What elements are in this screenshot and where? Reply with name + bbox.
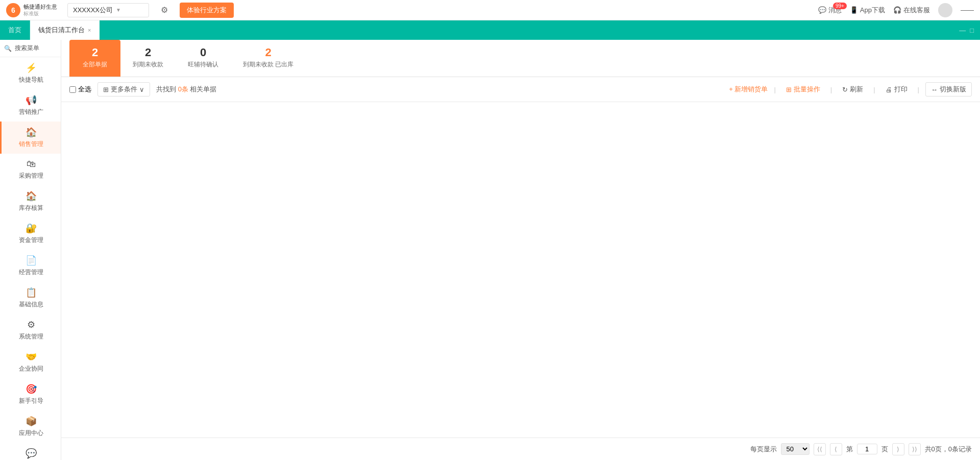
nav-tab-home[interactable]: 首页 [0, 20, 30, 40]
last-page-button[interactable]: ⟩⟩ [909, 443, 921, 455]
sidebar-item-label: 采购管理 [19, 172, 43, 180]
found-text: 共找到 0条 相关单据 [156, 85, 216, 94]
headset-icon: 🎧 [893, 6, 901, 14]
switch-new-button[interactable]: ↔ 切换新版 [925, 82, 972, 96]
print-icon: 🖨 [886, 86, 892, 93]
divider1: | [774, 86, 775, 93]
minimize-icon[interactable]: — [959, 27, 966, 34]
sidebar-item-marketing[interactable]: 📢 营销推广 [0, 89, 61, 122]
apps-icon: 📦 [26, 416, 37, 427]
sidebar-item-operation[interactable]: 📄 经营管理 [0, 250, 61, 282]
stats-tab-pending[interactable]: 0 旺辅待确认 [176, 40, 231, 77]
print-button[interactable]: 🖨 打印 [881, 83, 912, 96]
sidebar-item-label: 企业协同 [19, 365, 43, 373]
download-icon: 📱 [850, 6, 858, 14]
online-service-button[interactable]: 🎧 在线客服 [893, 6, 930, 15]
nav-tabs: 首页 钱货日清工作台 × — □ [0, 20, 980, 40]
sidebar-item-quick-nav[interactable]: ⚡ 快捷导航 [0, 57, 61, 89]
sidebar-item-label: 资金管理 [19, 236, 43, 245]
search-icon: 🔍 [4, 45, 12, 52]
settings-button[interactable]: ⚙ [157, 3, 172, 17]
sidebar-item-label: 基础信息 [19, 300, 43, 309]
sidebar-item-label: 经营管理 [19, 268, 43, 277]
sidebar-item-label: 应用中心 [19, 429, 43, 438]
toolbar: 全选 ⊞ 更多条件 ∨ 共找到 0条 相关单据 + 新增销货单 | ⊞ 批量操作… [61, 77, 980, 102]
stats-tab-overdue[interactable]: 2 到期未收款 [120, 40, 176, 77]
maximize-icon[interactable]: □ [970, 27, 974, 34]
dropdown-arrow-icon: ▼ [116, 7, 121, 13]
main-layout: 🔍 搜索菜单 ⚡ 快捷导航 📢 营销推广 🏠 销售管理 🛍 采购管理 🏠 库存核… [0, 40, 980, 460]
sidebar-item-system[interactable]: ⚙ 系统管理 [0, 314, 61, 346]
avatar[interactable] [938, 3, 952, 17]
pagination: 每页显示 50 10 20 100 ⟨⟨ ⟨ 第 页 ⟩ ⟩⟩ 共0页，0条记录 [61, 438, 980, 460]
stats-count-overdue: 2 [145, 46, 151, 59]
stats-tab-all[interactable]: 2 全部单据 [69, 40, 120, 77]
prev-page-button[interactable]: ⟨ [830, 443, 842, 455]
stats-count-pending: 0 [200, 46, 206, 59]
app-download-button[interactable]: 📱 App下载 [850, 6, 885, 15]
purchase-icon: 🛍 [27, 159, 36, 170]
quick-nav-icon: ⚡ [26, 62, 37, 74]
sidebar-item-label: 快捷导航 [19, 76, 43, 84]
page-size-select[interactable]: 50 10 20 100 [781, 443, 810, 455]
sidebar-item-newbie[interactable]: 🎯 新手引导 [0, 378, 61, 410]
new-sale-button[interactable]: + 新增销货单 [729, 85, 768, 94]
sidebar-item-label: 系统管理 [19, 332, 43, 341]
logo-icon: 6 [6, 3, 20, 17]
user-name[interactable]: —— [961, 6, 974, 14]
inventory-icon: 🏠 [26, 190, 37, 202]
nav-tab-workbench[interactable]: 钱货日清工作台 × [30, 20, 100, 40]
filter-button[interactable]: ⊞ 更多条件 ∨ [97, 82, 150, 96]
divider2: | [830, 86, 832, 93]
stats-tab-shipped[interactable]: 2 到期未收款 已出库 [231, 40, 306, 77]
total-text: 共0页，0条记录 [925, 445, 972, 454]
batch-icon: ⊞ [786, 86, 792, 93]
message-icon: 💬 [818, 6, 826, 14]
select-all-input[interactable] [69, 86, 76, 93]
page-label: 第 [846, 445, 853, 454]
company-selector[interactable]: XXXXXX公司 ▼ [67, 3, 149, 17]
sidebar-item-basic[interactable]: 📋 基础信息 [0, 282, 61, 314]
sidebar-item-inventory[interactable]: 🏠 库存核算 [0, 185, 61, 217]
sidebar-item-purchase[interactable]: 🛍 采购管理 [0, 154, 61, 185]
stats-label-shipped: 到期未收款 已出库 [243, 60, 293, 69]
select-all-checkbox[interactable]: 全选 [69, 85, 91, 94]
sidebar-item-wechat[interactable]: 💬 企业微信 [0, 443, 61, 460]
divider3: | [873, 86, 875, 93]
sidebar-item-cooperation[interactable]: 🤝 企业协同 [0, 346, 61, 378]
sidebar-search[interactable]: 🔍 搜索菜单 [0, 40, 61, 57]
system-icon: ⚙ [27, 319, 35, 330]
basic-icon: 📋 [26, 287, 37, 298]
filter-icon: ⊞ [103, 86, 109, 93]
refresh-button[interactable]: ↻ 刷新 [838, 83, 867, 96]
logo-text: 畅捷通好生意 标准版 [23, 3, 57, 17]
first-page-button[interactable]: ⟨⟨ [814, 443, 826, 455]
per-page-label: 每页显示 [750, 445, 777, 454]
message-button[interactable]: 💬 消息 99+ [818, 6, 842, 15]
message-badge: 99+ [833, 3, 847, 9]
main-content: 2 全部单据 2 到期未收款 0 旺辅待确认 2 到期未收款 已出库 全选 [61, 40, 980, 460]
logo-area: 6 畅捷通好生意 标准版 [6, 3, 67, 17]
top-right: 💬 消息 99+ 📱 App下载 🎧 在线客服 —— [818, 3, 974, 17]
page-number-input[interactable] [857, 444, 877, 454]
switch-icon: ↔ [931, 86, 938, 93]
sidebar: 🔍 搜索菜单 ⚡ 快捷导航 📢 营销推广 🏠 销售管理 🛍 采购管理 🏠 库存核… [0, 40, 61, 460]
stats-count-shipped: 2 [265, 46, 272, 59]
batch-op-button[interactable]: ⊞ 批量操作 [782, 83, 824, 96]
next-page-button[interactable]: ⟩ [892, 443, 904, 455]
newbie-icon: 🎯 [26, 383, 37, 395]
operation-icon: 📄 [26, 255, 37, 266]
top-bar: 6 畅捷通好生意 标准版 XXXXXX公司 ▼ ⚙ 体验行业方案 💬 消息 99… [0, 0, 980, 20]
wechat-icon: 💬 [26, 448, 37, 459]
sidebar-item-sales[interactable]: 🏠 销售管理 [0, 122, 61, 154]
close-tab-icon[interactable]: × [88, 27, 91, 33]
experience-button[interactable]: 体验行业方案 [180, 3, 234, 18]
stats-count-all: 2 [92, 46, 98, 59]
refresh-icon: ↻ [842, 86, 848, 93]
sidebar-item-finance[interactable]: 🔐 资金管理 [0, 217, 61, 250]
sidebar-item-apps[interactable]: 📦 应用中心 [0, 410, 61, 443]
page-suffix: 页 [881, 445, 888, 454]
stats-label-pending: 旺辅待确认 [188, 60, 218, 69]
sales-icon: 🏠 [26, 127, 37, 138]
sidebar-item-label: 销售管理 [19, 140, 43, 149]
